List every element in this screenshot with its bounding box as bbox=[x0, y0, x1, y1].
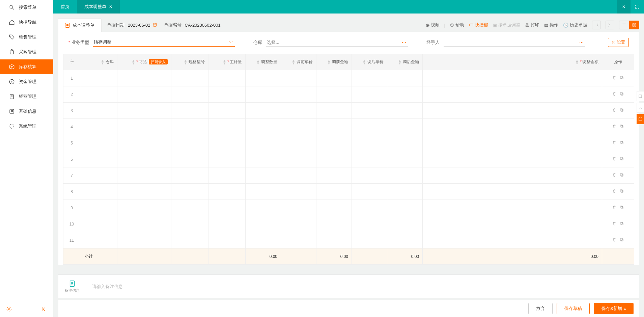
video-link[interactable]: ◉ 视频 bbox=[426, 22, 440, 28]
delete-icon[interactable] bbox=[611, 141, 618, 146]
sidebar-item-search[interactable]: 搜索菜单 bbox=[0, 0, 53, 15]
warehouse-input[interactable] bbox=[266, 38, 408, 47]
settings-button[interactable]: 设置 bbox=[608, 38, 629, 47]
copy-icon[interactable] bbox=[618, 157, 625, 162]
sidebar-item-basicinfo[interactable]: 基础信息 bbox=[0, 104, 53, 119]
save-draft-button[interactable]: 保存草稿 bbox=[557, 303, 590, 314]
svg-rect-43 bbox=[621, 190, 623, 192]
row-ops bbox=[602, 184, 634, 200]
action-link[interactable]: ▦ 操作 bbox=[544, 22, 558, 28]
shortcut-link[interactable]: 快捷键 bbox=[469, 22, 488, 28]
delete-icon[interactable] bbox=[611, 157, 618, 162]
fullscreen-button[interactable] bbox=[631, 0, 644, 14]
delete-icon[interactable] bbox=[611, 190, 618, 194]
operator-input[interactable] bbox=[444, 38, 585, 47]
rail-item-3[interactable] bbox=[637, 114, 644, 124]
copy-icon[interactable] bbox=[618, 141, 625, 146]
sidebar-item-system[interactable]: 系统管理 bbox=[0, 119, 53, 134]
close-all-button[interactable]: ✕ bbox=[617, 0, 631, 14]
copy-icon[interactable] bbox=[618, 222, 625, 227]
svg-point-27 bbox=[613, 42, 614, 43]
remark-input[interactable] bbox=[86, 275, 639, 298]
view-grid-button[interactable] bbox=[619, 21, 629, 29]
rail-item-1[interactable] bbox=[637, 91, 644, 101]
table-row[interactable]: 2 bbox=[63, 86, 634, 103]
sidebar-item-funds[interactable]: ¥ 资金管理 bbox=[0, 74, 53, 89]
discard-button[interactable]: 放弃 bbox=[528, 303, 553, 314]
table-row[interactable]: 3 bbox=[63, 103, 634, 119]
table-row[interactable]: 4 bbox=[63, 119, 634, 135]
prev-button[interactable]: 〈 bbox=[592, 21, 601, 29]
col-warehouse[interactable]: ▲▼仓库 bbox=[80, 54, 117, 70]
calendar-icon[interactable] bbox=[152, 22, 157, 28]
col-postprice[interactable]: ▲▼调后单价 bbox=[352, 54, 387, 70]
save-new-button[interactable]: 保存&新增▴ bbox=[594, 303, 634, 314]
table-row[interactable]: 1 bbox=[63, 70, 634, 86]
copy-icon[interactable] bbox=[618, 125, 625, 130]
delete-icon[interactable] bbox=[611, 93, 618, 97]
col-adjqty[interactable]: ▲▼调整数量 bbox=[246, 54, 281, 70]
tab-current[interactable]: 成本调整单 ✕ bbox=[77, 0, 120, 14]
col-preamount[interactable]: ▲▼调前金额 bbox=[316, 54, 352, 70]
copy-icon[interactable] bbox=[618, 93, 625, 97]
delete-icon[interactable] bbox=[611, 76, 618, 81]
table-row[interactable]: 11 bbox=[63, 232, 634, 248]
col-spec[interactable]: ▲▼规格型号 bbox=[171, 54, 208, 70]
copy-icon[interactable] bbox=[618, 76, 625, 81]
delete-icon[interactable] bbox=[611, 206, 618, 211]
delete-icon[interactable] bbox=[611, 222, 618, 227]
date-value[interactable]: 2023-06-02 bbox=[128, 23, 150, 28]
tab-label: 成本调整单 bbox=[84, 4, 106, 10]
close-icon[interactable]: ✕ bbox=[109, 4, 112, 9]
help-link[interactable]: ① 帮助 bbox=[450, 22, 464, 28]
copy-icon[interactable] bbox=[618, 190, 625, 194]
copy-icon[interactable] bbox=[618, 109, 625, 113]
view-list-button[interactable] bbox=[629, 21, 639, 29]
history-link[interactable]: 🕓 历史单据 bbox=[563, 22, 587, 28]
delete-icon[interactable] bbox=[611, 174, 618, 178]
copy-icon[interactable] bbox=[618, 238, 625, 243]
inner-tab[interactable]: 成本调整单 bbox=[58, 18, 102, 32]
copy-icon[interactable] bbox=[618, 206, 625, 211]
doc-icon bbox=[65, 23, 70, 28]
rail-item-2[interactable] bbox=[637, 103, 644, 113]
col-gear[interactable] bbox=[63, 54, 80, 70]
table-row[interactable]: 10 bbox=[63, 216, 634, 232]
col-preprice[interactable]: ▲▼调前单价 bbox=[281, 54, 316, 70]
table-row[interactable]: 7 bbox=[63, 167, 634, 184]
row-ops bbox=[602, 135, 634, 151]
row-ops bbox=[602, 151, 634, 167]
row-ops bbox=[602, 216, 634, 232]
table-row[interactable]: 5 bbox=[63, 135, 634, 151]
sidebar-item-quicknav[interactable]: 快捷导航 bbox=[0, 15, 53, 30]
svg-point-2 bbox=[10, 36, 11, 36]
table-row[interactable]: 6 bbox=[63, 151, 634, 167]
settings-gear-icon[interactable] bbox=[6, 306, 12, 313]
delete-icon[interactable] bbox=[611, 238, 618, 243]
delete-icon[interactable] bbox=[611, 125, 618, 130]
form-card: * 业务类型 ﹀ 仓库 ⋯ 经手人 ⋯ 设置 bbox=[58, 32, 639, 265]
copy-icon[interactable] bbox=[618, 174, 625, 178]
col-mainqty[interactable]: ▲▼*主计量 bbox=[208, 54, 246, 70]
print-link[interactable]: 🖶 打印 bbox=[525, 22, 539, 28]
sidebar-item-sales[interactable]: 销售管理 bbox=[0, 30, 53, 45]
sidebar-item-inventory[interactable]: 库存核算 bbox=[0, 59, 53, 74]
biztype-input[interactable] bbox=[93, 38, 235, 47]
sidebar-item-operation[interactable]: 经营管理 bbox=[0, 89, 53, 104]
col-postamount[interactable]: ▲▼调后金额 bbox=[387, 54, 423, 70]
next-button[interactable]: 〉 bbox=[606, 21, 614, 29]
scan-button[interactable]: 扫码录入 bbox=[149, 59, 168, 64]
collapse-icon[interactable] bbox=[41, 306, 47, 313]
col-adjamount[interactable]: ▲▼*调整金额 bbox=[423, 54, 602, 70]
table-row[interactable]: 9 bbox=[63, 200, 634, 216]
svg-point-28 bbox=[71, 61, 73, 62]
table-row[interactable]: 8 bbox=[63, 184, 634, 200]
delete-icon[interactable] bbox=[611, 109, 618, 113]
sidebar-item-purchase[interactable]: 采购管理 bbox=[0, 45, 53, 59]
tab-home[interactable]: 首页 bbox=[53, 0, 77, 14]
subtotal-postamount: 0.00 bbox=[387, 248, 423, 265]
field-biztype: * 业务类型 ﹀ bbox=[68, 38, 233, 47]
row-number: 6 bbox=[63, 151, 80, 167]
svg-text:¥: ¥ bbox=[11, 80, 13, 83]
col-product[interactable]: ▲▼*商品扫码录入 bbox=[117, 54, 171, 70]
